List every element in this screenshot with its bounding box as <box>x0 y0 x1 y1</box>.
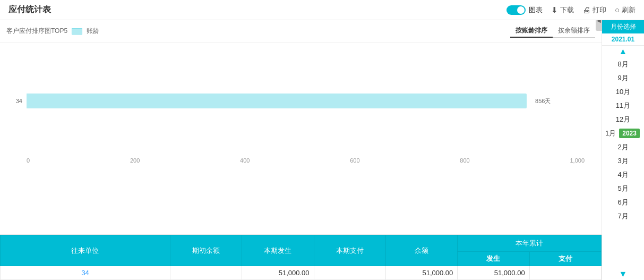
refresh-icon: ○ <box>615 5 620 14</box>
legend-title: 客户应付排序图TOP5 <box>6 27 67 36</box>
bar-fill: 856天 <box>27 94 527 108</box>
main-content: 客户应付排序图TOP5 账龄 按账龄排序 按余额排序 34 <box>0 20 644 280</box>
sidebar-current-date: 2021.01 <box>602 33 644 46</box>
table-area: 往来单位 期初余额 本期发生 本期支付 余额 本年累计 发生 支付 <box>0 234 602 280</box>
sidebar-scroll-down[interactable]: ▼ <box>602 268 644 280</box>
chart-toggle[interactable] <box>506 5 526 15</box>
bar-container: 856天 <box>27 94 595 108</box>
col-year-occur-header: 发生 <box>458 252 529 266</box>
sidebar-month-11[interactable]: 11月 <box>602 99 644 113</box>
col-opening-header: 期初余额 <box>170 235 242 266</box>
col-current-occur-header: 本期发生 <box>242 235 314 266</box>
bar-row: 34 856天 <box>6 47 595 155</box>
cell-current-occur: 51,000.00 <box>242 266 314 280</box>
chart-section: 34 856天 0 200 400 600 8 <box>0 43 602 234</box>
download-icon: ⬇ <box>551 5 558 15</box>
sidebar-year-badge: 2023 <box>619 129 640 138</box>
chart-sort-buttons: 按账龄排序 按余额排序 <box>510 24 595 38</box>
table-row: 34 51,000.00 51,000.00 51,000.00 <box>1 266 602 280</box>
x-label-800: 800 <box>460 157 469 164</box>
sidebar-month-5[interactable]: 5月 <box>602 182 644 196</box>
cell-current-pay <box>314 266 385 280</box>
bar-chart: 34 856天 0 200 400 600 8 <box>6 47 595 164</box>
sidebar-header: 月份选择 <box>602 20 644 33</box>
unit-link[interactable]: 34 <box>81 269 89 277</box>
col-year-cumul-header: 本年累计 <box>458 235 602 252</box>
sidebar-month-7[interactable]: 7月 <box>602 209 644 223</box>
chart-area: 客户应付排序图TOP5 账龄 按账龄排序 按余额排序 34 <box>0 20 602 280</box>
page-title: 应付统计表 <box>8 4 51 15</box>
page: 应付统计表 图表 ⬇ 下载 🖨 打印 ○ 刷新 <box>0 0 644 280</box>
header-actions: 图表 ⬇ 下载 🖨 打印 ○ 刷新 <box>506 5 636 15</box>
print-button[interactable]: 🖨 打印 <box>582 5 606 15</box>
bar-area: 34 856天 <box>6 47 595 155</box>
x-label-0: 0 <box>27 157 30 164</box>
x-label-200: 200 <box>130 157 140 164</box>
bar-end-label: 856天 <box>535 97 551 105</box>
sidebar-month-1[interactable]: 1月 <box>604 128 617 139</box>
bar-row-label: 34 <box>6 98 22 104</box>
col-year-pay-header: 支付 <box>529 252 601 266</box>
col-balance-header: 余额 <box>385 235 457 266</box>
x-axis: 0 200 400 600 800 1,000 <box>6 157 595 164</box>
cell-opening <box>170 266 242 280</box>
sidebar-month-8[interactable]: 8月 <box>602 57 644 71</box>
sort-by-balance-button[interactable]: 按余额排序 <box>553 24 595 38</box>
sidebar-collapse-toggle[interactable]: ◀ <box>596 20 602 31</box>
page-header: 应付统计表 图表 ⬇ 下载 🖨 打印 ○ 刷新 <box>0 0 644 20</box>
sidebar-months: 8月 9月 10月 11月 12月 1月 2023 2月 3月 4月 5月 6月… <box>602 57 644 268</box>
sidebar-month-3[interactable]: 3月 <box>602 154 644 168</box>
sidebar-scroll-up[interactable]: ▲ <box>602 46 644 57</box>
table-header-row: 往来单位 期初余额 本期发生 本期支付 余额 本年累计 <box>1 235 602 252</box>
sidebar-month-10[interactable]: 10月 <box>602 85 644 99</box>
cell-year-occur: 51,000.00 <box>458 266 529 280</box>
refresh-button[interactable]: ○ 刷新 <box>615 5 636 15</box>
sidebar-month-9[interactable]: 9月 <box>602 71 644 85</box>
sidebar-month-12[interactable]: 12月 <box>602 113 644 126</box>
cell-year-pay <box>529 266 601 280</box>
col-current-pay-header: 本期支付 <box>314 235 385 266</box>
legend-label: 账龄 <box>87 27 99 36</box>
print-icon: 🖨 <box>582 5 590 14</box>
col-unit-header: 往来单位 <box>1 235 170 266</box>
sort-by-age-button[interactable]: 按账龄排序 <box>510 24 553 38</box>
x-label-1000: 1,000 <box>570 157 585 164</box>
chart-topbar: 客户应付排序图TOP5 账龄 按账龄排序 按余额排序 <box>0 20 602 43</box>
sidebar-month-6[interactable]: 6月 <box>602 196 644 209</box>
right-sidebar: ◀ 月份选择 2021.01 ▲ 8月 9月 10月 11月 12月 1月 20… <box>602 20 644 280</box>
chart-legend: 客户应付排序图TOP5 账龄 <box>6 27 99 36</box>
cell-unit: 34 <box>1 266 170 280</box>
sidebar-month-2[interactable]: 2月 <box>602 140 644 154</box>
cell-balance: 51,000.00 <box>385 266 457 280</box>
chart-toggle-wrap[interactable]: 图表 <box>506 5 543 15</box>
toggle-label: 图表 <box>529 5 543 15</box>
x-label-400: 400 <box>240 157 250 164</box>
x-label-600: 600 <box>350 157 359 164</box>
download-button[interactable]: ⬇ 下载 <box>551 5 574 15</box>
data-table: 往来单位 期初余额 本期发生 本期支付 余额 本年累计 发生 支付 <box>0 235 602 280</box>
legend-box <box>72 28 82 35</box>
sidebar-month-4[interactable]: 4月 <box>602 168 644 182</box>
